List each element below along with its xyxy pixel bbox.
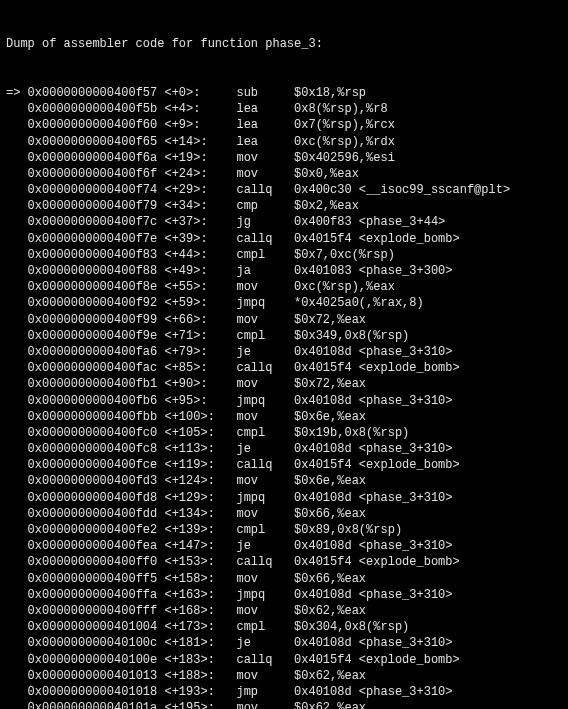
instruction-address: 0x0000000000400f6f: [28, 167, 165, 181]
current-instruction-marker: =>: [6, 86, 28, 100]
instruction-address: 0x0000000000401013: [28, 669, 165, 683]
disasm-line: 0x0000000000401004 <+173>: cmpl $0x304,0…: [6, 619, 562, 635]
instruction-address: 0x0000000000400fdd: [28, 507, 165, 521]
instruction-address: 0x0000000000400f88: [28, 264, 165, 278]
instruction-offset: <+29>:: [164, 183, 236, 197]
instruction-mnemonic: ja: [236, 264, 294, 278]
instruction-mnemonic: cmpl: [236, 248, 294, 262]
instruction-mnemonic: cmpl: [236, 620, 294, 634]
indent: [6, 588, 28, 602]
indent: [6, 135, 28, 149]
disasm-lines: => 0x0000000000400f57 <+0>: sub $0x18,%r…: [6, 85, 562, 709]
instruction-mnemonic: mov: [236, 410, 294, 424]
instruction-operands: $0x62,%eax: [294, 604, 366, 618]
disasm-line: 0x0000000000400fe2 <+139>: cmpl $0x89,0x…: [6, 522, 562, 538]
indent: [6, 474, 28, 488]
instruction-operands: $0x62,%eax: [294, 669, 366, 683]
indent: [6, 248, 28, 262]
indent: [6, 410, 28, 424]
instruction-operands: $0x6e,%eax: [294, 474, 366, 488]
instruction-operands: 0x4015f4 <explode_bomb>: [294, 458, 460, 472]
instruction-offset: <+153>:: [164, 555, 236, 569]
instruction-operands: 0xc(%rsp),%eax: [294, 280, 395, 294]
indent: [6, 636, 28, 650]
disasm-line: 0x0000000000400ffa <+163>: jmpq 0x40108d…: [6, 587, 562, 603]
instruction-operands: 0x40108d <phase_3+310>: [294, 442, 452, 456]
instruction-address: 0x0000000000400ff5: [28, 572, 165, 586]
instruction-address: 0x0000000000400f79: [28, 199, 165, 213]
indent: [6, 296, 28, 310]
instruction-offset: <+158>:: [164, 572, 236, 586]
instruction-operands: $0x66,%eax: [294, 572, 366, 586]
instruction-address: 0x0000000000400fff: [28, 604, 165, 618]
instruction-address: 0x000000000040101a: [28, 701, 165, 709]
disasm-line: 0x0000000000400fac <+85>: callq 0x4015f4…: [6, 360, 562, 376]
instruction-address: 0x0000000000400fb1: [28, 377, 165, 391]
disasm-line: 0x0000000000400f6f <+24>: mov $0x0,%eax: [6, 166, 562, 182]
instruction-mnemonic: lea: [236, 135, 294, 149]
disasm-line: 0x0000000000400f5b <+4>: lea 0x8(%rsp),%…: [6, 101, 562, 117]
instruction-mnemonic: mov: [236, 604, 294, 618]
instruction-operands: $0x304,0x8(%rsp): [294, 620, 409, 634]
disasm-line: 0x0000000000400f79 <+34>: cmp $0x2,%eax: [6, 198, 562, 214]
instruction-address: 0x0000000000400f74: [28, 183, 165, 197]
instruction-offset: <+105>:: [164, 426, 236, 440]
instruction-operands: $0x89,0x8(%rsp): [294, 523, 402, 537]
instruction-offset: <+168>:: [164, 604, 236, 618]
instruction-address: 0x0000000000400f65: [28, 135, 165, 149]
indent: [6, 539, 28, 553]
instruction-offset: <+19>:: [164, 151, 236, 165]
instruction-mnemonic: cmpl: [236, 426, 294, 440]
instruction-mnemonic: callq: [236, 232, 294, 246]
instruction-operands: 0x40108d <phase_3+310>: [294, 345, 452, 359]
instruction-mnemonic: callq: [236, 653, 294, 667]
instruction-address: 0x0000000000400fc0: [28, 426, 165, 440]
instruction-operands: 0x8(%rsp),%r8: [294, 102, 388, 116]
disasm-line: 0x0000000000400f7e <+39>: callq 0x4015f4…: [6, 231, 562, 247]
disasm-line: 0x0000000000400f7c <+37>: jg 0x400f83 <p…: [6, 214, 562, 230]
instruction-address: 0x0000000000400fce: [28, 458, 165, 472]
instruction-offset: <+124>:: [164, 474, 236, 488]
instruction-mnemonic: callq: [236, 458, 294, 472]
instruction-offset: <+79>:: [164, 345, 236, 359]
instruction-address: 0x0000000000400f6a: [28, 151, 165, 165]
instruction-offset: <+34>:: [164, 199, 236, 213]
instruction-mnemonic: cmpl: [236, 329, 294, 343]
instruction-mnemonic: mov: [236, 701, 294, 709]
instruction-mnemonic: mov: [236, 313, 294, 327]
instruction-mnemonic: je: [236, 636, 294, 650]
disasm-line: 0x0000000000400fbb <+100>: mov $0x6e,%ea…: [6, 409, 562, 425]
indent: [6, 653, 28, 667]
instruction-mnemonic: jmpq: [236, 491, 294, 505]
instruction-operands: $0x2,%eax: [294, 199, 359, 213]
instruction-mnemonic: mov: [236, 507, 294, 521]
instruction-address: 0x0000000000400f83: [28, 248, 165, 262]
instruction-address: 0x0000000000400fac: [28, 361, 165, 375]
disasm-line: => 0x0000000000400f57 <+0>: sub $0x18,%r…: [6, 85, 562, 101]
disasm-line: 0x0000000000400f92 <+59>: jmpq *0x4025a0…: [6, 295, 562, 311]
indent: [6, 685, 28, 699]
indent: [6, 394, 28, 408]
indent: [6, 102, 28, 116]
disasm-line: 0x0000000000400fc0 <+105>: cmpl $0x19b,0…: [6, 425, 562, 441]
indent: [6, 232, 28, 246]
instruction-address: 0x0000000000400f60: [28, 118, 165, 132]
indent: [6, 426, 28, 440]
disasm-line: 0x000000000040100c <+181>: je 0x40108d <…: [6, 635, 562, 651]
instruction-address: 0x0000000000400f8e: [28, 280, 165, 294]
instruction-offset: <+49>:: [164, 264, 236, 278]
instruction-offset: <+0>:: [164, 86, 236, 100]
instruction-offset: <+4>:: [164, 102, 236, 116]
disasm-line: 0x0000000000400fd8 <+129>: jmpq 0x40108d…: [6, 490, 562, 506]
instruction-operands: 0x400c30 <__isoc99_sscanf@plt>: [294, 183, 510, 197]
indent: [6, 507, 28, 521]
disasm-line: 0x0000000000400fb6 <+95>: jmpq 0x40108d …: [6, 393, 562, 409]
instruction-offset: <+181>:: [164, 636, 236, 650]
instruction-offset: <+195>:: [164, 701, 236, 709]
instruction-operands: 0x401083 <phase_3+300>: [294, 264, 452, 278]
instruction-offset: <+14>:: [164, 135, 236, 149]
terminal-output[interactable]: Dump of assembler code for function phas…: [0, 0, 568, 709]
indent: [6, 199, 28, 213]
indent: [6, 377, 28, 391]
instruction-address: 0x0000000000400fd3: [28, 474, 165, 488]
